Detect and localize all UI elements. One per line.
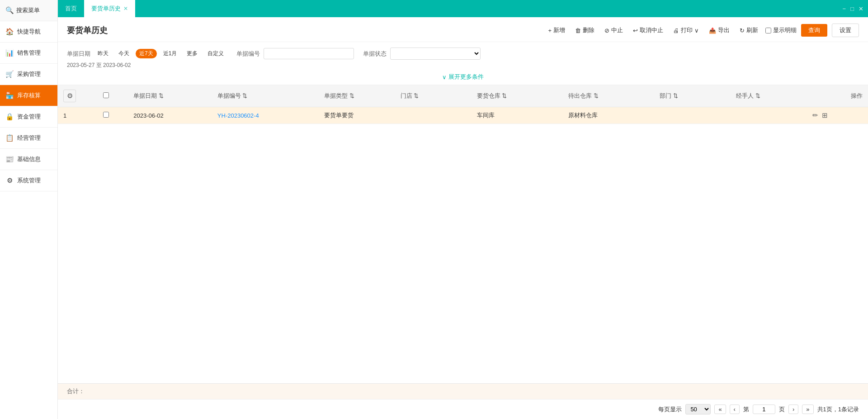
th-type[interactable]: 单据类型 ⇅ <box>319 85 395 107</box>
date-options: 昨天 今天 近7天 近1月 更多 自定义 <box>94 49 227 58</box>
row-edit-icon[interactable]: ✏ <box>812 111 818 119</box>
cancel-stop-label: 取消中止 <box>640 26 663 34</box>
sort-date-icon: ⇅ <box>159 92 164 99</box>
date-opt-yesterday[interactable]: 昨天 <box>94 49 112 58</box>
data-table: ⚙ 单据日期 ⇅ 单据编号 ⇅ <box>58 85 868 124</box>
cancel-stop-icon: ↩ <box>633 27 638 34</box>
table-row[interactable]: 1 2023-06-02 YH-20230602-4 要货单要货 车间库 原材料… <box>58 107 868 124</box>
finance-icon: 🔒 <box>5 113 14 121</box>
sort-warehouse-icon: ⇅ <box>502 92 507 99</box>
sidebar-item-management[interactable]: 📋 经营管理 <box>0 128 57 149</box>
table-header-row: ⚙ 单据日期 ⇅ 单据编号 ⇅ <box>58 85 868 107</box>
date-opt-last7days[interactable]: 近7天 <box>136 49 157 58</box>
doc-number-label: 单据编号 <box>236 50 260 58</box>
th-date[interactable]: 单据日期 ⇅ <box>128 85 212 107</box>
th-handler[interactable]: 经手人 ⇅ <box>731 85 807 107</box>
select-all-checkbox[interactable] <box>103 92 109 98</box>
delete-button[interactable]: 🗑 删除 <box>572 26 597 34</box>
pagination: 每页显示 50 10 20 100 « ‹ 第 页 › » 共1页，1条记录 <box>58 399 868 419</box>
row-qr-icon[interactable]: ⊞ <box>822 111 828 119</box>
info-icon: 📰 <box>5 155 14 163</box>
cell-date: 2023-06-02 <box>128 107 212 124</box>
maximize-button[interactable]: □ <box>850 5 854 12</box>
date-opt-custom[interactable]: 自定义 <box>204 49 227 58</box>
sidebar-item-purchase-label: 采购管理 <box>17 70 41 78</box>
minimize-button[interactable]: − <box>843 5 846 12</box>
query-button[interactable]: 查询 <box>801 24 827 37</box>
chevron-down-icon: ∨ <box>442 74 447 81</box>
th-handler-label: 经手人 <box>736 92 754 99</box>
th-num: ⚙ <box>58 85 98 107</box>
next-next-button[interactable]: » <box>802 405 813 414</box>
settings-button[interactable]: 设置 <box>832 24 859 37</box>
sidebar-item-home[interactable]: 🏠 快捷导航 <box>0 21 57 43</box>
main-area: 首页 要货单历史 ✕ − □ ✕ 要货单历史 + 新增 🗑 删除 <box>58 0 868 419</box>
display-cell-checkbox[interactable] <box>765 28 771 33</box>
print-dropdown-icon: ∨ <box>694 27 699 34</box>
doc-number-input[interactable] <box>264 48 354 59</box>
stop-button[interactable]: ⊘ 中止 <box>602 26 626 34</box>
print-button[interactable]: 🖨 打印 ∨ <box>670 26 702 34</box>
prev-button[interactable]: ‹ <box>730 405 740 414</box>
sidebar-item-info[interactable]: 📰 基础信息 <box>0 149 57 170</box>
th-date-label: 单据日期 <box>133 92 157 99</box>
sidebar-item-sales[interactable]: 📊 销售管理 <box>0 43 57 64</box>
doc-status-select[interactable] <box>390 48 481 60</box>
action-icons: ✏ ⊞ <box>812 111 863 119</box>
date-opt-more[interactable]: 更多 <box>183 49 201 58</box>
doc-code-link[interactable]: YH-20230602-4 <box>217 112 259 119</box>
home-icon: 🏠 <box>5 28 14 36</box>
add-button[interactable]: + 新增 <box>545 26 568 34</box>
date-range-display: 2023-05-27 至 2023-06-02 <box>67 62 859 69</box>
th-shop[interactable]: 门店 ⇅ <box>395 85 472 107</box>
sort-handler-icon: ⇅ <box>755 92 760 99</box>
cell-type: 要货单要货 <box>319 107 395 124</box>
table-container: ⚙ 单据日期 ⇅ 单据编号 ⇅ <box>58 85 868 383</box>
delete-icon: 🗑 <box>575 27 581 34</box>
th-code[interactable]: 单据编号 ⇅ <box>212 85 319 107</box>
next-button[interactable]: › <box>788 405 798 414</box>
window-controls: − □ ✕ <box>843 5 868 12</box>
add-label: 新增 <box>553 26 565 34</box>
th-dept[interactable]: 部门 ⇅ <box>654 85 731 107</box>
display-cell-label: 显示明细 <box>773 26 797 34</box>
th-pending-label: 待出仓库 <box>568 92 592 99</box>
sidebar-item-system-label: 系统管理 <box>17 176 41 185</box>
export-button[interactable]: 📤 导出 <box>706 26 732 34</box>
th-pending[interactable]: 待出仓库 ⇅ <box>563 85 654 107</box>
cell-action: ✏ ⊞ <box>807 107 868 124</box>
display-cell-toggle[interactable]: 显示明细 <box>765 26 797 34</box>
refresh-button[interactable]: ↻ 刷新 <box>737 26 761 34</box>
sidebar-item-finance-label: 资金管理 <box>17 113 41 121</box>
th-warehouse[interactable]: 要货仓库 ⇅ <box>472 85 563 107</box>
sidebar-item-system[interactable]: ⚙ 系统管理 <box>0 170 57 191</box>
table-settings-icon[interactable]: ⚙ <box>63 90 76 102</box>
sidebar-item-home-label: 快捷导航 <box>17 28 41 36</box>
stop-icon: ⊘ <box>604 27 609 34</box>
tab-requisition-history[interactable]: 要货单历史 ✕ <box>84 0 135 17</box>
search-menu[interactable]: 🔍 搜索菜单 <box>0 0 57 21</box>
sidebar-item-purchase[interactable]: 🛒 采购管理 <box>0 64 57 85</box>
tab-home[interactable]: 首页 <box>58 0 84 17</box>
row-checkbox[interactable] <box>103 112 109 118</box>
page-input[interactable] <box>753 405 775 414</box>
expand-more-button[interactable]: ∨ 展开更多条件 <box>67 73 859 81</box>
sidebar-item-inventory[interactable]: 🏪 库存核算 <box>0 85 57 106</box>
sidebar-item-finance[interactable]: 🔒 资金管理 <box>0 106 57 128</box>
management-icon: 📋 <box>5 134 14 142</box>
refresh-icon: ↻ <box>740 27 745 34</box>
toolbar: + 新增 🗑 删除 ⊘ 中止 ↩ 取消中止 🖨 打印 <box>545 24 859 37</box>
tab-requisition-label: 要货单历史 <box>91 5 121 13</box>
tab-close-icon[interactable]: ✕ <box>123 5 128 12</box>
date-opt-today[interactable]: 今天 <box>115 49 133 58</box>
close-button[interactable]: ✕ <box>859 5 863 12</box>
prev-prev-button[interactable]: « <box>714 405 726 414</box>
cancel-stop-button[interactable]: ↩ 取消中止 <box>630 26 666 34</box>
th-type-label: 单据类型 <box>324 92 348 99</box>
add-icon: + <box>548 27 552 34</box>
date-opt-last1month[interactable]: 近1月 <box>160 49 181 58</box>
cell-warehouse: 车间库 <box>472 107 563 124</box>
search-menu-label: 搜索菜单 <box>16 6 40 14</box>
delete-label: 删除 <box>583 26 594 34</box>
per-page-select[interactable]: 50 10 20 100 <box>685 404 711 414</box>
